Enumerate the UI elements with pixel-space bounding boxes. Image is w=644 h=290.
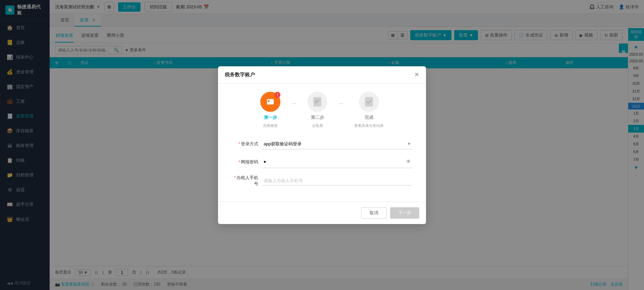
step-1: ! 第一步 完善账密	[260, 92, 280, 128]
svg-rect-9	[365, 97, 373, 106]
modal-overlay: 税务数字账户 ✕ !	[0, 0, 644, 290]
login-method-value: app获取验证码登录	[264, 141, 302, 147]
step-2-sublabel: 去取票	[312, 123, 323, 128]
step-arrow-2: →	[327, 99, 354, 108]
step-arrow-1: →	[280, 99, 307, 108]
svg-rect-7	[315, 101, 319, 102]
next-button[interactable]: 下一步	[390, 207, 419, 219]
phone-label: 办税人手机号	[231, 175, 258, 187]
step-1-label: 第一步	[264, 115, 277, 121]
step-3-label: 完成	[365, 115, 373, 121]
phone-row: 办税人手机号	[231, 175, 413, 187]
step-2: 第二步 去取票	[307, 92, 327, 128]
step-2-icon	[307, 92, 327, 112]
step-3-sublabel: 查看具体任务结果	[354, 123, 384, 128]
password-eye-icon[interactable]: 👁	[405, 159, 413, 165]
svg-point-2	[268, 100, 270, 102]
modal-footer: 取消 下一步	[218, 202, 426, 224]
modal-close-button[interactable]: ✕	[414, 72, 419, 78]
step-3-icon	[359, 92, 379, 112]
step-3: 完成 查看具体任务结果	[354, 92, 384, 128]
login-method-label: 登录方式	[231, 141, 258, 147]
password-input[interactable]	[262, 156, 405, 168]
modal-title: 税务数字账户	[225, 72, 255, 78]
steps-indicator: ! 第一步 完善账密 →	[231, 92, 413, 128]
step-1-badge: !	[274, 92, 280, 98]
tax-digital-account-modal: 税务数字账户 ✕ !	[218, 66, 426, 224]
login-method-row: 登录方式 app获取验证码登录 ▼	[231, 139, 413, 149]
step-1-sublabel: 完善账密	[263, 123, 278, 128]
login-method-dropdown-icon: ▼	[407, 141, 411, 146]
modal-header: 税务数字账户 ✕	[218, 66, 426, 84]
step-2-label: 第二步	[311, 115, 324, 121]
svg-rect-6	[315, 100, 320, 100]
svg-rect-8	[315, 102, 318, 103]
svg-rect-4	[270, 102, 272, 102]
svg-rect-3	[270, 100, 273, 101]
cancel-button[interactable]: 取消	[361, 207, 387, 219]
phone-input[interactable]	[262, 176, 413, 186]
modal-body: ! 第一步 完善账密 →	[218, 84, 426, 202]
login-method-select[interactable]: app获取验证码登录 ▼	[262, 139, 413, 149]
password-label: 网报密码	[231, 159, 258, 165]
password-field[interactable]: 👁	[262, 156, 413, 168]
step-1-icon: !	[260, 92, 280, 112]
password-row: 网报密码 👁	[231, 156, 413, 168]
